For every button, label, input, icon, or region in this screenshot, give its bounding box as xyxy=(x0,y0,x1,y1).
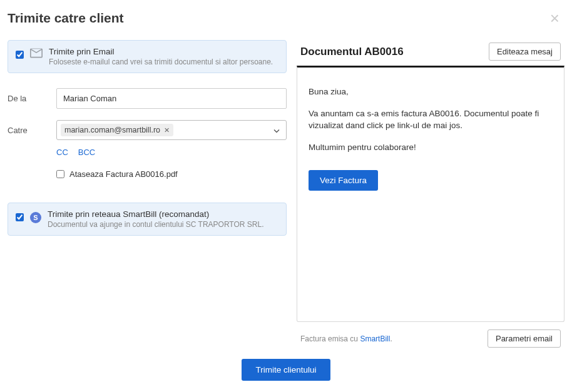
chevron-down-icon[interactable] xyxy=(273,126,280,135)
option-email-title: Trimite prin Email xyxy=(49,47,278,56)
option-network[interactable]: S Trimite prin reteaua SmartBill (recoma… xyxy=(8,203,287,236)
submit-button[interactable]: Trimite clientului xyxy=(242,359,330,381)
from-label: De la xyxy=(8,94,56,103)
preview-body-1: Va anuntam ca s-a emis factura AB0016. D… xyxy=(309,108,553,132)
modal-title: Trimite catre client xyxy=(8,11,124,26)
to-label: Catre xyxy=(8,126,56,135)
preview-greeting: Buna ziua, xyxy=(309,86,553,98)
network-icon: S xyxy=(30,212,41,223)
option-network-desc: Documentul va ajunge in contul clientulu… xyxy=(48,220,278,229)
remove-chip-icon[interactable]: ✕ xyxy=(164,126,170,134)
attach-checkbox[interactable] xyxy=(56,170,64,178)
close-icon[interactable]: × xyxy=(550,10,559,26)
option-email-desc: Foloseste e-mailul cand vrei sa trimiti … xyxy=(49,58,278,66)
attach-label: Ataseaza Factura AB0016.pdf xyxy=(69,169,178,179)
to-select[interactable]: marian.coman@smartbill.ro ✕ xyxy=(56,120,287,140)
view-invoice-button[interactable]: Vezi Factura xyxy=(309,170,378,191)
cc-link[interactable]: CC xyxy=(56,148,68,157)
send-to-client-modal: Trimite catre client × Trimite prin Emai… xyxy=(0,0,572,392)
preview-body-2: Multumim pentru colaborare! xyxy=(309,142,553,154)
email-preview: Buna ziua, Va anuntam ca s-a emis factur… xyxy=(297,66,564,322)
recipient-chip: marian.coman@smartbill.ro ✕ xyxy=(61,124,173,136)
bcc-link[interactable]: BCC xyxy=(78,148,95,157)
option-network-checkbox[interactable] xyxy=(16,213,24,221)
email-icon xyxy=(30,48,43,58)
from-input[interactable] xyxy=(56,88,287,109)
email-params-button[interactable]: Parametri email xyxy=(488,329,561,348)
preview-footer-text: Factura emisa cu SmartBill. xyxy=(300,334,392,343)
option-email[interactable]: Trimite prin Email Foloseste e-mailul ca… xyxy=(8,40,287,73)
edit-message-button[interactable]: Editeaza mesaj xyxy=(489,43,561,61)
option-email-checkbox[interactable] xyxy=(16,51,24,59)
preview-title: Documentul AB0016 xyxy=(300,46,404,58)
recipient-chip-label: marian.coman@smartbill.ro xyxy=(64,126,160,134)
smartbill-link[interactable]: SmartBill xyxy=(360,334,390,343)
option-network-title: Trimite prin reteaua SmartBill (recomand… xyxy=(48,209,278,219)
